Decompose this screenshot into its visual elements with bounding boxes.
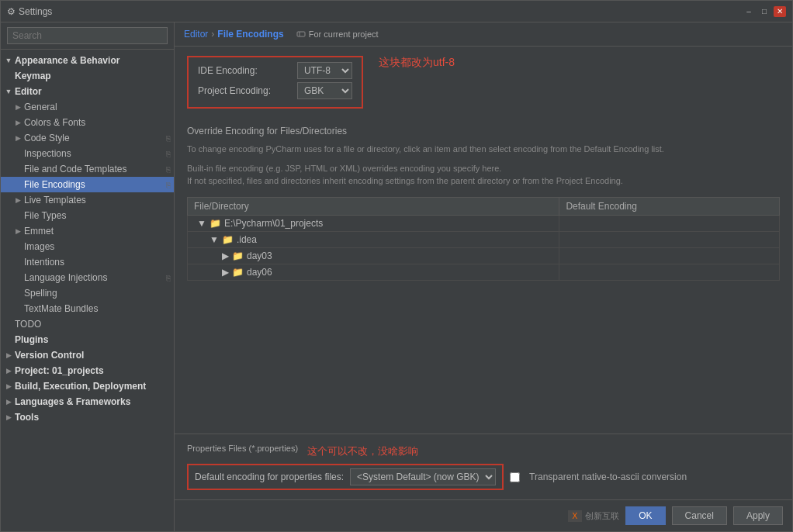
sidebar-item-label: Project: 01_projects <box>13 364 106 377</box>
expand-arrow-icon <box>13 304 23 313</box>
encoding-annotation: 这块都改为utf-8 <box>379 56 455 70</box>
sidebar-item-label: TextMate Bundles <box>23 302 99 315</box>
settings-window: ⚙ Settings – □ ✕ ▼ Appearance & Behavior <box>0 0 793 532</box>
sidebar: ▼ Appearance & Behavior Keymap ▼ Editor <box>1 22 175 531</box>
override-desc2: Built-in file encoding (e.g. JSP, HTML o… <box>187 162 780 188</box>
sidebar-item-live-templates[interactable]: ▶ Live Templates <box>1 192 174 208</box>
expand-arrow-icon: ▶ <box>13 226 23 236</box>
encoding-cell <box>559 264 780 280</box>
sidebar-item-language-injections[interactable]: Language Injections ⎘ <box>1 270 174 285</box>
copy-icon: ⎘ <box>166 181 174 189</box>
expand-arrow-icon <box>4 71 13 81</box>
expand-arrow-icon <box>4 320 13 329</box>
table-row[interactable]: ▼ 📁 .idea <box>188 231 780 247</box>
copy-icon: ⎘ <box>166 150 174 158</box>
expand-arrow-icon: ▶ <box>13 133 23 143</box>
table-row[interactable]: ▶ 📁 day06 <box>188 264 780 280</box>
apply-button[interactable]: Apply <box>733 506 783 525</box>
sidebar-item-intentions[interactable]: Intentions <box>1 254 174 270</box>
transparent-conversion-label: Transparent native-to-ascii conversion <box>529 472 687 482</box>
sidebar-item-version-control[interactable]: ▶ Version Control <box>1 347 174 363</box>
breadcrumb: Editor › File Encodings For current proj… <box>175 22 792 47</box>
project-encoding-label: Project Encoding: <box>198 85 291 96</box>
override-desc2-line1: Built-in file encoding (e.g. JSP, HTML o… <box>187 164 501 173</box>
file-path: day03 <box>247 250 272 261</box>
project-encoding-row: Project Encoding: GBK UTF-8 UTF-16 <box>198 82 352 99</box>
encoding-cell <box>559 247 780 264</box>
expand-arrow-icon <box>13 288 23 298</box>
titlebar: ⚙ Settings – □ ✕ <box>1 1 792 22</box>
sidebar-item-tools[interactable]: ▶ Tools <box>1 409 174 425</box>
ide-encoding-row: IDE Encoding: UTF-8 GBK UTF-16 <box>198 62 352 79</box>
table-row[interactable]: ▼ 📁 E:\Pycharm\01_projects <box>188 215 780 231</box>
sidebar-item-languages[interactable]: ▶ Languages & Frameworks <box>1 394 174 409</box>
sidebar-item-label: Live Templates <box>23 194 88 206</box>
transparent-conversion-checkbox[interactable] <box>510 472 520 482</box>
properties-encoding-box: Default encoding for properties files: <… <box>187 464 504 490</box>
file-table-body: ▼ 📁 E:\Pycharm\01_projects <box>188 215 780 280</box>
minimize-button[interactable]: – <box>743 6 755 17</box>
expand-arrow-icon <box>13 211 23 220</box>
maximize-button[interactable]: □ <box>758 6 770 17</box>
folder-icon: 📁 <box>232 267 244 278</box>
sidebar-item-general[interactable]: ▶ General <box>1 99 174 115</box>
expand-arrow-icon: ▶ <box>13 118 23 127</box>
sidebar-item-label: Appearance & Behavior <box>13 54 121 67</box>
search-input[interactable] <box>7 27 168 44</box>
encoding-cell <box>559 231 780 247</box>
file-path: .idea <box>237 234 257 245</box>
sidebar-item-editor[interactable]: ▼ Editor <box>1 84 174 99</box>
breadcrumb-current: File Encodings <box>217 29 283 40</box>
main-content: ▼ Appearance & Behavior Keymap ▼ Editor <box>1 22 792 531</box>
sidebar-item-images[interactable]: Images <box>1 239 174 254</box>
sidebar-item-code-style[interactable]: ▶ Code Style ⎘ <box>1 130 174 146</box>
cancel-button[interactable]: Cancel <box>672 506 727 525</box>
properties-encoding-select[interactable]: <System Default> (now GBK) UTF-8 GBK <box>350 468 496 485</box>
sidebar-item-file-types[interactable]: File Types <box>1 208 174 223</box>
sidebar-item-label: Code Style <box>23 132 71 144</box>
ide-encoding-select[interactable]: UTF-8 GBK UTF-16 <box>297 62 352 79</box>
expand-icon: ▶ <box>222 267 229 278</box>
sidebar-item-build[interactable]: ▶ Build, Execution, Deployment <box>1 378 174 394</box>
sidebar-item-file-encodings[interactable]: File Encodings ⎘ <box>1 177 174 192</box>
titlebar-controls: – □ ✕ <box>743 6 786 17</box>
file-path: day06 <box>247 267 272 278</box>
expand-arrow-icon: ▶ <box>4 397 13 406</box>
copy-icon: ⎘ <box>166 274 174 282</box>
sidebar-item-textmate[interactable]: TextMate Bundles <box>1 301 174 316</box>
properties-annotation: 这个可以不改，没啥影响 <box>307 444 418 458</box>
expand-arrow-icon <box>13 180 23 189</box>
expand-arrow-icon <box>13 257 23 267</box>
sidebar-item-appearance[interactable]: ▼ Appearance & Behavior <box>1 53 174 68</box>
window-title: Settings <box>19 6 52 17</box>
sidebar-item-keymap[interactable]: Keymap <box>1 68 174 84</box>
file-path: E:\Pycharm\01_projects <box>224 218 323 229</box>
override-title: Override Encoding for Files/Directories <box>187 126 780 136</box>
sidebar-item-todo[interactable]: TODO <box>1 316 174 332</box>
sidebar-item-emmet[interactable]: ▶ Emmet <box>1 223 174 239</box>
svg-rect-0 <box>297 32 305 36</box>
sidebar-item-label: Inspections <box>23 147 73 160</box>
close-button[interactable]: ✕ <box>774 6 786 17</box>
copy-icon: ⎘ <box>166 134 174 143</box>
table-row[interactable]: ▶ 📁 day03 <box>188 247 780 264</box>
sidebar-item-plugins[interactable]: Plugins <box>1 332 174 347</box>
sidebar-item-spelling[interactable]: Spelling <box>1 285 174 301</box>
expand-arrow-icon <box>13 273 23 282</box>
right-panel: Editor › File Encodings For current proj… <box>175 22 792 531</box>
col-file: File/Directory <box>188 197 559 215</box>
properties-title: Properties Files (*.properties) <box>187 444 298 453</box>
copy-icon: ⎘ <box>166 165 174 174</box>
sidebar-item-label: Colors & Fonts <box>23 116 87 129</box>
expand-arrow-icon <box>13 242 23 251</box>
sidebar-item-file-code-templates[interactable]: File and Code Templates ⎘ <box>1 161 174 177</box>
breadcrumb-editor-link[interactable]: Editor <box>184 29 208 40</box>
watermark-logo: X <box>568 510 583 522</box>
project-encoding-select[interactable]: GBK UTF-8 UTF-16 <box>297 82 352 99</box>
sidebar-item-project[interactable]: ▶ Project: 01_projects <box>1 363 174 378</box>
sidebar-item-colors-fonts[interactable]: ▶ Colors & Fonts <box>1 115 174 130</box>
ok-button[interactable]: OK <box>625 506 665 525</box>
sidebar-item-inspections[interactable]: Inspections ⎘ <box>1 146 174 161</box>
file-encodings-table: File/Directory Default Encoding ▼ <box>187 197 780 281</box>
file-path-cell: ▼ 📁 E:\Pycharm\01_projects <box>188 215 559 231</box>
